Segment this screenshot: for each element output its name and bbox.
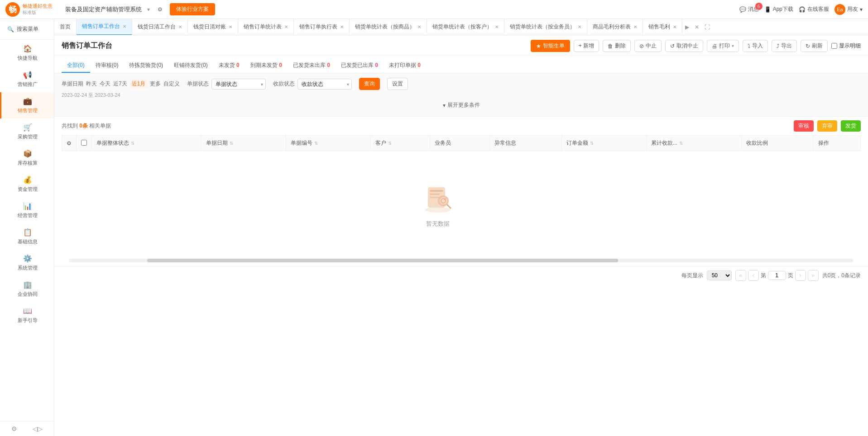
smart-create-button[interactable]: ★ 智能生单 — [531, 40, 570, 52]
sidebar-item-marketing[interactable]: 📢 营销推广 — [0, 66, 54, 92]
show-detail-checkbox[interactable]: 显示明细 — [831, 42, 861, 50]
status-tab-pending-inspect[interactable]: 待拣货验货(0) — [124, 59, 168, 73]
date-7days[interactable]: 近7天 — [113, 80, 127, 88]
sidebar-collapse-btn[interactable]: ◁▷ — [33, 425, 43, 432]
status-tab-shipped-not-out[interactable]: 已发货未出库 0 — [288, 59, 336, 73]
date-1month[interactable]: 近1月 — [130, 80, 148, 88]
tab-home[interactable]: 首页 — [54, 19, 77, 35]
sidebar-item-operation[interactable]: 📊 经营管理 — [0, 197, 54, 223]
tab-close-all-button[interactable]: ✕ — [692, 19, 702, 35]
expand-conditions-button[interactable]: ▾ 展开更多条件 — [62, 99, 861, 112]
tab-close-sales-order-stat[interactable]: ✕ — [284, 24, 288, 29]
prev-page-btn[interactable]: ‹ — [748, 270, 759, 281]
search-menu-button[interactable]: 🔍 搜索菜单 — [4, 23, 50, 36]
date-custom[interactable]: 自定义 — [163, 80, 180, 88]
status-tab-overdue-ship[interactable]: 到期未发货 0 — [245, 59, 288, 73]
tab-more-button[interactable]: ▶ — [682, 19, 692, 35]
action-bar: 共找到 0条 相关单据 审核 弃审 发货 — [54, 117, 868, 135]
sidebar-item-finance[interactable]: 💰 资金管理 — [0, 171, 54, 197]
user-area[interactable]: Ea 用友 ▾ — [834, 4, 863, 15]
next-page-btn[interactable]: › — [795, 270, 806, 281]
tab-sales-more[interactable]: 销售毛利 ✕ — [643, 19, 682, 35]
app-download-button[interactable]: 📱 App下载 — [764, 5, 793, 13]
stop-button[interactable]: ⊘ 中止 — [634, 40, 662, 52]
review-button[interactable]: 审核 — [794, 120, 814, 132]
sidebar-item-quick-nav[interactable]: 🏠 快捷导航 — [0, 40, 54, 66]
sort-received-icon[interactable]: ⇅ — [679, 141, 683, 146]
tab-sales-stat-product[interactable]: 销货单统计表（按商品） ✕ — [350, 19, 427, 35]
system-dropdown-icon[interactable]: ▾ — [147, 6, 150, 13]
sidebar-item-inventory[interactable]: 📦 库存核算 — [0, 145, 54, 171]
th-checkbox[interactable] — [77, 136, 92, 151]
tab-close-sales-stat-customer[interactable]: ✕ — [495, 24, 499, 29]
tab-sales-workbench[interactable]: 销售订单工作台 ✕ — [77, 19, 132, 35]
horizontal-scrollbar[interactable] — [54, 255, 868, 266]
sort-status-icon[interactable]: ⇅ — [131, 141, 134, 146]
add-button[interactable]: + 新增 — [574, 40, 599, 52]
tab-close-sales-workbench[interactable]: ✕ — [123, 24, 126, 29]
online-service-button[interactable]: 🎧 在线客服 — [799, 5, 829, 13]
revoke-button[interactable]: 弃审 — [817, 120, 837, 132]
sidebar-settings-btn[interactable]: ⚙ — [11, 425, 17, 432]
date-yesterday[interactable]: 昨天 — [86, 80, 97, 88]
select-all-checkbox[interactable] — [81, 140, 87, 146]
status-tab-pending-review[interactable]: 待审核(0) — [90, 59, 124, 73]
tab-close-product-margin[interactable]: ✕ — [633, 24, 637, 29]
tab-product-margin[interactable]: 商品毛利分析表 ✕ — [587, 19, 643, 35]
sidebar-item-basic-info[interactable]: 📋 基础信息 — [0, 223, 54, 250]
export-button[interactable]: ⤴ 导出 — [772, 40, 797, 52]
tab-cash-reconcile[interactable]: 钱货日清对账 ✕ — [188, 19, 238, 35]
cancel-stop-button[interactable]: ↺ 取消中止 — [665, 40, 703, 52]
date-more[interactable]: 更多 — [150, 80, 161, 88]
settings-filter-button[interactable]: 设置 — [387, 78, 408, 90]
print-button[interactable]: 🖨 打印 ▾ — [707, 40, 739, 52]
first-page-btn[interactable]: « — [735, 270, 746, 281]
tab-close-cash-reconcile[interactable]: ✕ — [229, 24, 232, 29]
sidebar-item-guide[interactable]: 📖 新手引导 — [0, 302, 54, 328]
page-size-select[interactable]: 10 20 50 100 — [707, 270, 732, 280]
tab-fullscreen-button[interactable]: ⛶ — [702, 19, 713, 35]
message-button[interactable]: 💬 消息 6 — [739, 5, 759, 13]
tab-sales-stat-staff[interactable]: 销货单统计表（按业务员） ✕ — [504, 19, 587, 35]
sort-number-icon[interactable]: ⇅ — [314, 141, 318, 146]
last-page-btn[interactable]: » — [808, 270, 819, 281]
tab-close-cash-daily[interactable]: ✕ — [178, 24, 182, 29]
app-container: 畅 畅捷通好生意 标准版 装备及固定资产辅助管理系统 ▾ ⚙ 体验行业方案 💬 … — [0, 0, 868, 436]
status-tab-not-printed[interactable]: 未打印单据 0 — [384, 59, 426, 73]
status-select[interactable]: 单据状态 — [211, 79, 266, 90]
query-button[interactable]: 查询 — [359, 78, 380, 90]
refresh-button[interactable]: ↻ 刷新 — [801, 40, 828, 52]
page-size-label: 每页显示 — [681, 272, 703, 280]
sidebar-item-purchase[interactable]: 🛒 采购管理 — [0, 118, 54, 145]
sort-customer-icon[interactable]: ⇅ — [388, 141, 392, 146]
status-tab-all[interactable]: 全部(0) — [62, 59, 90, 73]
status-tab-wangpu[interactable]: 旺铺待发货(0) — [168, 59, 213, 73]
th-settings[interactable]: ⚙ — [62, 136, 77, 151]
tab-sales-order-stat[interactable]: 销售订单统计表 ✕ — [238, 19, 294, 35]
status-tab-shipped-out[interactable]: 已发货已出库 0 — [336, 59, 384, 73]
import-button[interactable]: ⤵ 导入 — [743, 40, 768, 52]
status-tab-not-shipped[interactable]: 未发货 0 — [213, 59, 245, 73]
sidebar-item-enterprise[interactable]: 🏢 企业协同 — [0, 276, 54, 302]
tab-close-sales-more[interactable]: ✕ — [673, 24, 676, 29]
page-input[interactable] — [768, 271, 786, 280]
experience-button[interactable]: 体验行业方案 — [170, 3, 215, 15]
marketing-icon: 📢 — [23, 71, 32, 79]
sort-date-icon[interactable]: ⇅ — [230, 141, 233, 146]
show-detail-input[interactable] — [831, 43, 837, 49]
tab-close-sales-order-exec[interactable]: ✕ — [340, 24, 344, 29]
scrollbar-thumb[interactable] — [147, 259, 618, 262]
tab-close-sales-stat-product[interactable]: ✕ — [417, 24, 421, 29]
tab-cash-daily[interactable]: 钱货日清工作台 ✕ — [132, 19, 188, 35]
tab-close-sales-stat-staff[interactable]: ✕ — [578, 24, 581, 29]
payment-select[interactable]: 收款状态 — [297, 79, 352, 90]
sidebar-item-system[interactable]: ⚙️ 系统管理 — [0, 250, 54, 276]
ship-button[interactable]: 发货 — [841, 120, 861, 132]
tab-sales-order-exec[interactable]: 销售订单执行表 ✕ — [294, 19, 350, 35]
date-today[interactable]: 今天 — [100, 80, 110, 88]
delete-button[interactable]: 🗑 删除 — [603, 40, 631, 52]
tab-sales-stat-customer[interactable]: 销货单统计表（按客户） ✕ — [427, 19, 504, 35]
sort-amount-icon[interactable]: ⇅ — [590, 141, 594, 146]
sidebar-item-sales[interactable]: 💼 销售管理 — [0, 92, 54, 118]
gear-icon[interactable]: ⚙ — [153, 3, 166, 16]
